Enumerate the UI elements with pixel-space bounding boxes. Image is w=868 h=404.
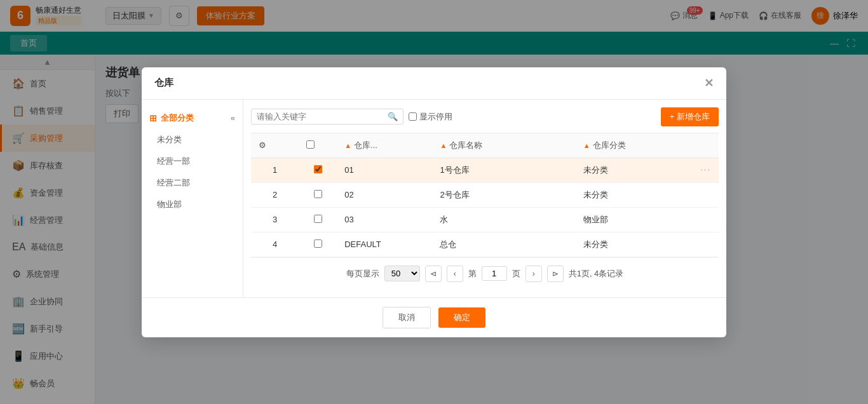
- modal-header: 仓库 ✕: [142, 67, 726, 100]
- modal-footer: 取消 确定: [142, 297, 726, 337]
- table-toolbar: 🔍 显示停用 + 新增仓库: [251, 107, 719, 126]
- row-code: DEFAULT: [337, 232, 432, 257]
- page-input[interactable]: [482, 266, 507, 281]
- cat-collapse-icon[interactable]: «: [231, 113, 235, 123]
- th-settings: ⚙: [251, 133, 299, 158]
- row-checkbox-cell: [299, 158, 337, 182]
- modal-close-button[interactable]: ✕: [704, 76, 714, 90]
- th-code: ▲ 仓库...: [337, 133, 432, 158]
- row-name: 1号仓库: [432, 158, 575, 182]
- row-checkbox[interactable]: [314, 215, 322, 223]
- row-checkbox[interactable]: [314, 239, 322, 248]
- pagination-bar: 每页显示 50 100 200 ⊲ ‹ 第 页 › ⊳ 共1页, 4条记录: [251, 257, 719, 290]
- row-index: 2: [251, 182, 299, 207]
- category-item-property[interactable]: 物业部: [142, 194, 243, 215]
- modal-overlay: 仓库 ✕ ⊞ 全部分类 « 未分类 经营一部 经营二部 物业部: [0, 0, 868, 404]
- warehouse-modal: 仓库 ✕ ⊞ 全部分类 « 未分类 经营一部 经营二部 物业部: [142, 67, 726, 337]
- table-row[interactable]: 1 01 1号仓库 未分类···: [251, 158, 719, 182]
- grid-icon: ⊞: [149, 113, 157, 123]
- confirm-button[interactable]: 确定: [438, 307, 485, 328]
- search-input[interactable]: [257, 112, 388, 121]
- row-index: 3: [251, 207, 299, 232]
- row-index: 4: [251, 232, 299, 257]
- show-disabled-checkbox[interactable]: 显示停用: [409, 111, 452, 123]
- row-name: 水: [432, 207, 575, 232]
- add-warehouse-button[interactable]: + 新增仓库: [661, 107, 719, 126]
- table-row[interactable]: 2 02 2号仓库 未分类: [251, 182, 719, 207]
- row-index: 1: [251, 158, 299, 182]
- modal-title: 仓库: [154, 77, 173, 89]
- warehouse-table: ⚙ ▲ 仓库... ▲ 仓库名称: [251, 133, 719, 257]
- table-area: 🔍 显示停用 + 新增仓库 ⚙: [243, 100, 726, 297]
- select-all-checkbox[interactable]: [306, 140, 315, 149]
- total-info: 共1页, 4条记录: [569, 268, 624, 279]
- row-checkbox-cell: [299, 207, 337, 232]
- sort-cat-icon: ▲: [583, 142, 590, 149]
- show-disabled-input[interactable]: [409, 112, 417, 121]
- page-unit: 页: [512, 268, 520, 279]
- modal-body: ⊞ 全部分类 « 未分类 经营一部 经营二部 物业部 🔍: [142, 100, 726, 297]
- table-row[interactable]: 3 03 水 物业部: [251, 207, 719, 232]
- row-checkbox[interactable]: [314, 165, 322, 173]
- row-checkbox-cell: [299, 182, 337, 207]
- th-category: ▲ 仓库分类: [576, 133, 719, 158]
- row-category: 物业部: [576, 207, 719, 232]
- category-item-operation1[interactable]: 经营一部: [142, 151, 243, 172]
- sort-name-icon: ▲: [440, 142, 447, 149]
- search-input-wrap: 🔍: [251, 109, 403, 125]
- th-checkbox: [299, 133, 337, 158]
- row-category: 未分类: [576, 182, 719, 207]
- next-page-button[interactable]: ›: [526, 266, 542, 282]
- category-item-operation2[interactable]: 经营二部: [142, 172, 243, 194]
- row-code: 03: [337, 207, 432, 232]
- last-page-button[interactable]: ⊳: [547, 266, 564, 282]
- row-code: 01: [337, 158, 432, 182]
- category-item-unclassified[interactable]: 未分类: [142, 129, 243, 151]
- th-name: ▲ 仓库名称: [432, 133, 575, 158]
- table-row[interactable]: 4 DEFAULT 总仓 未分类: [251, 232, 719, 257]
- page-label: 第: [468, 268, 477, 279]
- row-category: 未分类···: [576, 158, 719, 182]
- all-category-item[interactable]: ⊞ 全部分类 «: [142, 107, 243, 129]
- per-page-label: 每页显示: [346, 268, 379, 279]
- cancel-button[interactable]: 取消: [383, 307, 431, 328]
- row-name: 总仓: [432, 232, 575, 257]
- row-category: 未分类: [576, 232, 719, 257]
- row-name: 2号仓库: [432, 182, 575, 207]
- per-page-select[interactable]: 50 100 200: [384, 266, 420, 281]
- first-page-button[interactable]: ⊲: [425, 266, 442, 282]
- prev-page-button[interactable]: ‹: [447, 266, 463, 282]
- category-sidebar: ⊞ 全部分类 « 未分类 经营一部 经营二部 物业部: [142, 100, 243, 297]
- row-checkbox[interactable]: [314, 190, 322, 198]
- row-actions[interactable]: ···: [700, 165, 711, 174]
- row-code: 02: [337, 182, 432, 207]
- sort-icon: ▲: [344, 142, 351, 149]
- search-icon[interactable]: 🔍: [388, 112, 398, 121]
- row-checkbox-cell: [299, 232, 337, 257]
